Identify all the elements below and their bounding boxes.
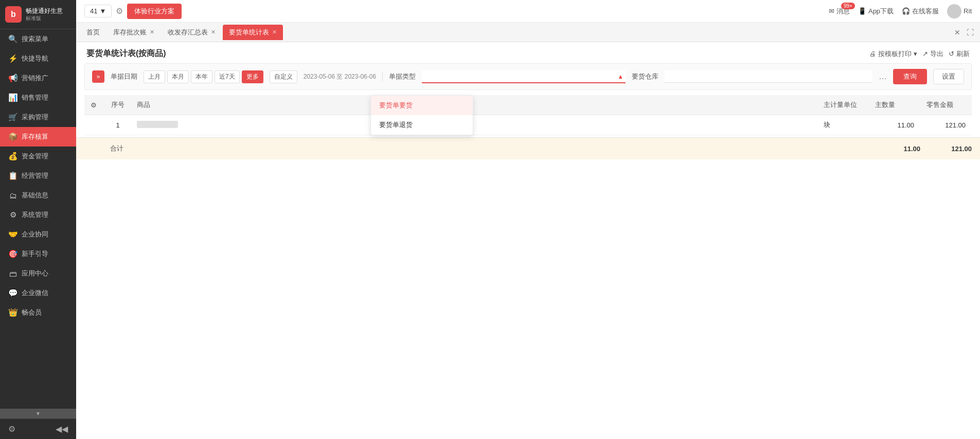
app-download-label: App下载 [868,7,894,16]
footer-total: 合计 11.00 121.00 [76,137,980,159]
inventory-icon: 📦 [8,132,17,141]
basic-icon: 🗂 [8,191,17,200]
product-placeholder [137,121,178,128]
date-custom-button[interactable]: 自定义 [270,70,297,83]
th-qty: 主数量 [869,95,920,115]
dropdown-item-return[interactable]: 要货单退货 [371,115,473,135]
date-this-month-button[interactable]: 本月 [167,70,189,83]
tab-close-icon[interactable]: ✕ [211,29,216,35]
print-template-button[interactable]: 🖨 按模板打印 ▾ [869,49,917,59]
column-settings-icon[interactable]: ⚙ [91,101,97,109]
app-download-button[interactable]: 📱 App下载 [858,7,894,16]
user-profile[interactable]: Rit [947,4,972,19]
sidebar-item-basic[interactable]: 🗂 基础信息 [0,186,76,205]
sidebar-nav: 🔍 搜索菜单 ⚡ 快捷导航 📢 营销推广 📊 销售管理 🛒 采购管理 📦 库存核… [0,29,76,409]
sidebar-item-finance[interactable]: 💰 资金管理 [0,147,76,166]
trial-button[interactable]: 体验行业方案 [127,4,182,19]
filter-more-icon[interactable]: … [879,72,887,81]
export-icon: ↗ [922,50,928,58]
refresh-button[interactable]: ↺ 刷新 [949,49,970,59]
filter-bar: » 单据日期 上月 本月 本年 近7天 更多 自定义 2023-05-06 至 … [84,63,972,90]
tab-label: 要货单统计表 [229,28,269,37]
date-this-year-button[interactable]: 本年 [191,70,212,83]
sidebar-item-label: 系统管理 [22,210,48,220]
app-icon: 📱 [858,7,866,15]
th-unit: 主计量单位 [817,95,869,115]
page-title-bar: 要货单统计表(按商品) 🖨 按模板打印 ▾ ↗ 导出 ↺ 刷新 [76,42,980,63]
tab-home[interactable]: 首页 [80,25,106,40]
sidebar-item-member[interactable]: 👑 畅会员 [0,303,76,322]
sidebar-item-wechat[interactable]: 💬 企业微信 [0,283,76,303]
dropdown-menu: 要货单要货 要货单退货 [370,95,473,135]
date-more-button[interactable]: 更多 [242,70,263,83]
quicknav-icon: ⚡ [8,54,17,63]
sidebar-item-label: 应用中心 [22,269,48,278]
page-content: 要货单统计表(按商品) 🖨 按模板打印 ▾ ↗ 导出 ↺ 刷新 [76,42,980,439]
filter-expand-button[interactable]: » [92,70,104,83]
member-icon: 👑 [8,308,17,317]
operation-icon: 📋 [8,171,17,180]
row-unit: 块 [817,115,869,135]
type-label: 单据类型 [389,72,416,81]
table-body: 1 块 11.00 121.0 [84,115,972,135]
message-button[interactable]: ✉ 消息 99+ [829,7,850,16]
date-last7days-button[interactable]: 近7天 [215,70,240,83]
table-header: ⚙ 序号 商品 主计量单位 主数 [84,95,972,115]
marketing-icon: 📢 [8,74,17,83]
settings-icon[interactable]: ⚙ [8,424,15,434]
close-all-icon[interactable]: ✕ [952,27,963,38]
export-button[interactable]: ↗ 导出 [922,49,943,59]
sidebar-scroll-down[interactable]: ▼ [0,409,76,418]
main-area: 41 ▼ ⚙ 体验行业方案 ✉ 消息 99+ 📱 App下载 🎧 在线客服 R [76,0,980,439]
topbar-right: ✉ 消息 99+ 📱 App下载 🎧 在线客服 Rit [829,4,972,19]
data-table: ⚙ 序号 商品 主计量单位 主数 [84,95,972,135]
row-amount: 121.00 [920,115,972,135]
sidebar-item-label: 营销推广 [22,74,48,83]
message-badge: 99+ [841,3,855,9]
warehouse-input[interactable] [665,70,872,83]
sidebar-item-system[interactable]: ⚙ 系统管理 [0,205,76,225]
system-icon: ⚙ [8,210,17,220]
online-service-button[interactable]: 🎧 在线客服 [902,7,939,16]
sidebar-item-guide[interactable]: 🎯 新手引导 [0,244,76,264]
service-icon: 🎧 [902,7,910,15]
dropdown-arrow-icon: ▼ [99,7,106,15]
th-settings[interactable]: ⚙ [84,95,105,115]
sidebar-item-operation[interactable]: 📋 经营管理 [0,166,76,186]
sidebar-item-appstore[interactable]: 🗃 应用中心 [0,264,76,283]
collapse-icon[interactable]: ◀◀ [56,424,68,434]
tab-order-summary[interactable]: 要货单统计表 ✕ [223,25,283,40]
maximize-icon[interactable]: ⛶ [965,27,976,38]
dropdown-item-request[interactable]: 要货单要货 [371,96,473,115]
store-name: 41 [90,7,97,15]
tab-close-icon[interactable]: ✕ [272,29,277,35]
sidebar-item-enterprise[interactable]: 🤝 企业协同 [0,225,76,244]
user-name: Rit [964,7,972,15]
tab-collect-summary[interactable]: 收发存汇总表 ✕ [162,25,222,40]
sidebar-item-search[interactable]: 🔍 搜索菜单 [0,29,76,49]
query-button[interactable]: 查询 [893,69,927,84]
row-settings [84,115,105,135]
sidebar-item-purchase[interactable]: 🛒 采购管理 [0,107,76,127]
user-avatar [947,4,961,19]
sidebar-item-quicknav[interactable]: ⚡ 快捷导航 [0,49,76,68]
topbar-gear-icon[interactable]: ⚙ [116,6,123,16]
appstore-icon: 🗃 [8,269,17,278]
settings-button[interactable]: 设置 [933,69,964,84]
sidebar-item-label: 基础信息 [22,191,48,200]
topbar: 41 ▼ ⚙ 体验行业方案 ✉ 消息 99+ 📱 App下载 🎧 在线客服 R [76,0,980,23]
filter-row: » 单据日期 上月 本月 本年 近7天 更多 自定义 2023-05-06 至 … [92,69,964,84]
sidebar-item-sales[interactable]: 📊 销售管理 [0,88,76,107]
tab-close-icon[interactable]: ✕ [150,29,154,35]
type-select-input[interactable] [422,70,626,83]
table-wrapper: ⚙ 序号 商品 主计量单位 主数 [84,95,972,135]
purchase-icon: 🛒 [8,113,17,122]
store-selector[interactable]: 41 ▼ [84,5,112,17]
sidebar-item-inventory[interactable]: 📦 库存核算 [0,127,76,147]
tab-inventory-batch[interactable]: 库存批次账 ✕ [107,25,161,40]
page-inner: 要货单统计表(按商品) 🖨 按模板打印 ▾ ↗ 导出 ↺ 刷新 [76,42,980,159]
date-label: 单据日期 [111,72,137,81]
date-last-month-button[interactable]: 上月 [144,70,165,83]
enterprise-icon: 🤝 [8,230,17,239]
sidebar-item-marketing[interactable]: 📢 营销推广 [0,68,76,88]
